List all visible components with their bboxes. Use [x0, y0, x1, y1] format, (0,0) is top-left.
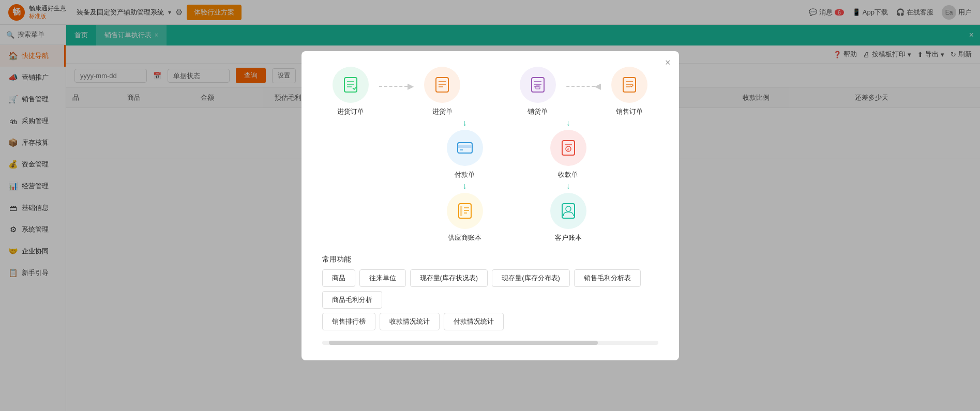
flow-diagram: 进货订单 ▶ 进货单: [322, 67, 658, 242]
common-buttons-row-1: 商品 往来单位 现存量(库存状况表) 现存量(库存分布表) 销售毛利分析表 商品…: [322, 269, 658, 309]
common-btn-partner[interactable]: 往来单位: [359, 269, 406, 287]
svg-rect-8: [532, 78, 544, 92]
down-arrow-icon-1: ↓: [463, 118, 467, 127]
supplier-ledger-circle[interactable]: [447, 193, 483, 229]
svg-rect-25: [460, 206, 462, 216]
modal-scrollbar[interactable]: [322, 341, 658, 345]
flow-modal: × 进货订单 ▶: [301, 51, 679, 360]
sales-order-circle[interactable]: [611, 67, 647, 103]
common-btn-inventory-status[interactable]: 现存量(库存状况表): [410, 269, 488, 287]
svg-rect-29: [562, 204, 575, 218]
sales-bill-label: 销货单: [527, 107, 548, 116]
common-btn-receipt-stats[interactable]: 收款情况统计: [380, 313, 440, 330]
purchase-bill-label: 进货单: [432, 107, 453, 116]
sales-bill-circle[interactable]: [520, 67, 556, 103]
flow-item-sales-order[interactable]: 销售订单: [601, 67, 658, 116]
svg-rect-13: [623, 78, 636, 92]
modal-scrollbar-thumb: [329, 341, 598, 345]
flow-item-supplier-ledger[interactable]: 供应商账本: [434, 193, 496, 242]
modal-close-btn[interactable]: ×: [665, 57, 671, 68]
svg-rect-4: [436, 78, 448, 92]
common-functions-title: 常用功能: [322, 255, 658, 264]
down-arrow-icon-4: ↓: [566, 181, 570, 190]
flow-item-customer-ledger[interactable]: 客户账本: [537, 193, 599, 242]
arrow-right-1: ▶: [408, 81, 414, 91]
svg-rect-12: [536, 86, 540, 89]
flow-item-purchase-order[interactable]: 进货订单: [322, 67, 379, 116]
common-btn-inventory-dist[interactable]: 现存量(库存分布表): [492, 269, 570, 287]
down-arrow-purchase-bill: ↓: [434, 118, 496, 128]
svg-text:¥: ¥: [566, 147, 569, 152]
payment-bill-circle[interactable]: [447, 130, 483, 166]
customer-ledger-circle[interactable]: [550, 193, 586, 229]
common-btn-sales-ranking[interactable]: 销售排行榜: [322, 313, 375, 330]
supplier-ledger-label: 供应商账本: [448, 233, 481, 242]
common-btn-payment-stats[interactable]: 付款情况统计: [444, 313, 504, 330]
svg-point-30: [566, 206, 571, 211]
sales-order-label: 销售订单: [616, 107, 643, 116]
flow-item-sales-bill[interactable]: 销货单: [509, 67, 566, 116]
down-arrow-icon-3: ↓: [463, 181, 467, 190]
svg-rect-0: [344, 78, 357, 92]
flow-item-purchase-bill[interactable]: 进货单: [414, 67, 471, 116]
arrow-purchase-order-to-bill: [379, 86, 408, 87]
receipt-bill-label: 收款单: [558, 170, 578, 179]
arrow-left-1: ▶: [595, 81, 601, 91]
down-arrow-icon-2: ↓: [566, 118, 570, 127]
receipt-bill-circle[interactable]: ¥: [550, 130, 586, 166]
common-functions-section: 常用功能 商品 往来单位 现存量(库存状况表) 现存量(库存分布表) 销售毛利分…: [322, 255, 658, 330]
purchase-bill-circle[interactable]: [424, 67, 460, 103]
common-btn-product[interactable]: 商品: [322, 269, 355, 287]
arrow-sales-order-to-bill: [566, 86, 595, 87]
svg-rect-18: [458, 145, 472, 148]
down-arrow-payment: ↓: [434, 181, 496, 191]
common-btn-sales-profit[interactable]: 销售毛利分析表: [574, 269, 641, 287]
app-wrapper: 畅 畅康通好生意 标准版 装备及固定资产辅助管理系统 ▾ ⚙ 体验行业方案 💬 …: [0, 0, 980, 411]
down-arrow-sales-bill: ↓: [537, 118, 599, 128]
flow-item-payment-bill[interactable]: 付款单: [434, 130, 496, 179]
purchase-order-label: 进货订单: [337, 107, 364, 116]
customer-ledger-label: 客户账本: [555, 233, 582, 242]
down-arrow-receipt: ↓: [537, 181, 599, 191]
common-buttons-row-2: 销售排行榜 收款情况统计 付款情况统计: [322, 313, 658, 330]
purchase-order-circle[interactable]: [333, 67, 369, 103]
flow-item-receipt-bill[interactable]: ¥ 收款单: [537, 130, 599, 179]
common-btn-product-profit[interactable]: 商品毛利分析: [322, 291, 382, 309]
payment-bill-label: 付款单: [455, 170, 475, 179]
modal-overlay[interactable]: × 进货订单 ▶: [0, 0, 980, 411]
